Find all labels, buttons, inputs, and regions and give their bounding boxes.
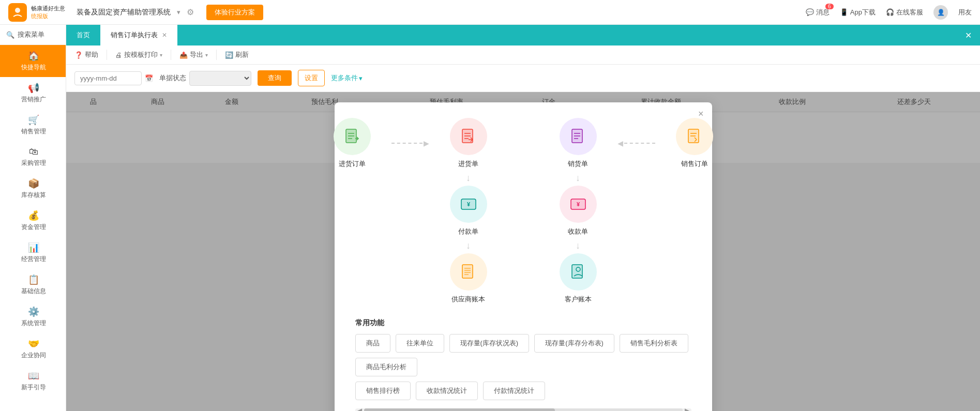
common-functions-buttons-row2: 销售排行榜 收款情况统计 付款情况统计 xyxy=(355,382,691,400)
node-customer-account[interactable]: 客户账本 xyxy=(560,253,597,304)
enterprise-label: 企业协同 xyxy=(21,351,46,360)
main-area: 🔍 搜索菜单 🏠 快捷导航 📢 营销推广 🛒 销售管理 🛍 采购管理 📦 xyxy=(0,25,980,411)
search-icon: 🔍 xyxy=(6,31,14,39)
purchase-icon: 🛍 xyxy=(29,146,38,157)
message-button[interactable]: 💬 消息 6 xyxy=(806,8,830,17)
receipt-bill-circle: ¥ xyxy=(560,186,597,223)
modal-overlay: × xyxy=(66,92,980,411)
node-payment-bill[interactable]: ¥ 付款单 xyxy=(450,186,487,236)
supplier-account-circle xyxy=(450,253,487,291)
print-dropdown-icon: ▾ xyxy=(160,52,162,58)
template-print-label: 按模板打印 xyxy=(124,50,158,59)
top-right-area: 💬 消息 6 📱 App下载 🎧 在线客服 👤 用友 xyxy=(806,5,972,20)
close-all-icon[interactable]: ✕ xyxy=(965,31,972,40)
sales-icon: 🛒 xyxy=(28,114,39,126)
vertical-arrows-row: ↓ ↓ xyxy=(340,173,706,184)
purchase-bill-circle xyxy=(450,118,487,155)
node-supplier-account[interactable]: 供应商账本 xyxy=(450,253,487,304)
cf-btn-sales-profit[interactable]: 销售毛利分析表 xyxy=(620,334,688,353)
supplier-account-label: 供应商账本 xyxy=(451,295,485,304)
cf-btn-product-profit[interactable]: 商品毛利分析 xyxy=(355,358,417,376)
refresh-button[interactable]: 🔄 刷新 xyxy=(225,50,249,59)
export-button[interactable]: 📤 导出 ▾ xyxy=(179,50,208,59)
logo-icon xyxy=(8,3,27,22)
scrollbar-thumb[interactable] xyxy=(364,408,555,411)
date-start-input[interactable] xyxy=(74,71,142,85)
cf-btn-partners[interactable]: 往来单位 xyxy=(396,334,444,353)
app-download-button[interactable]: 📱 App下载 xyxy=(840,8,876,17)
node-sales-bill[interactable]: 销货单 xyxy=(560,118,597,169)
search-menu-label: 搜索菜单 xyxy=(18,30,44,39)
calendar-icon[interactable]: 📅 xyxy=(145,74,153,82)
flow-row-3: 供应商账本 xyxy=(340,253,706,304)
search-menu-item[interactable]: 🔍 搜索菜单 xyxy=(0,25,66,45)
more-conditions-toggle[interactable]: 更多条件 ▾ xyxy=(331,73,363,83)
vertical-arrows-row2: ↓ ↓ xyxy=(340,240,706,251)
user-avatar[interactable]: 👤 xyxy=(933,5,948,20)
cf-btn-inventory-status[interactable]: 现存量(库存状况表) xyxy=(449,334,530,353)
flow-modal: × xyxy=(335,102,712,411)
modal-close-button[interactable]: × xyxy=(698,109,704,119)
arrow-head-icon: ▶ xyxy=(424,139,429,147)
payment-bill-label: 付款单 xyxy=(458,227,478,236)
node-purchase-order[interactable]: 进货订单 xyxy=(334,118,371,169)
tab-sales-order-label: 销售订单执行表 xyxy=(111,31,158,40)
tab-close-icon[interactable]: ✕ xyxy=(162,32,167,39)
cf-btn-sales-rank[interactable]: 销售排行榜 xyxy=(355,382,411,400)
node-sales-order[interactable]: 销售订单 xyxy=(676,118,713,169)
logo-line2: 统报版 xyxy=(31,12,65,20)
sidebar-item-inventory[interactable]: 📦 库存核算 xyxy=(0,173,66,205)
online-service-label: 在线客服 xyxy=(896,8,923,17)
phone-icon: 📱 xyxy=(840,8,848,16)
toolbar-divider3 xyxy=(216,50,217,60)
payment-bill-circle: ¥ xyxy=(450,186,487,223)
tab-home[interactable]: 首页 xyxy=(66,25,100,45)
settings-icon[interactable]: ⚙ xyxy=(187,7,194,17)
user-name[interactable]: 用友 xyxy=(958,8,972,17)
flow-row-1: 进货订单 ▶ xyxy=(334,118,713,169)
set-button[interactable]: 设置 xyxy=(298,70,325,86)
sidebar-item-finance[interactable]: 💰 资金管理 xyxy=(0,205,66,237)
refresh-icon: 🔄 xyxy=(225,51,233,59)
sidebar-item-system[interactable]: ⚙️ 系统管理 xyxy=(0,301,66,333)
help-button[interactable]: ❓ 帮助 xyxy=(74,50,98,59)
sidebar-item-guide[interactable]: 📖 新手引导 xyxy=(0,365,66,397)
sidebar-item-quick-nav[interactable]: 🏠 快捷导航 xyxy=(0,45,66,77)
query-button[interactable]: 查询 xyxy=(258,70,292,86)
export-icon: 📤 xyxy=(179,51,188,59)
sidebar-item-enterprise[interactable]: 🤝 企业协同 xyxy=(0,333,66,365)
node-purchase-bill[interactable]: 进货单 xyxy=(450,118,487,169)
message-icon: 💬 xyxy=(806,8,814,16)
online-service-button[interactable]: 🎧 在线客服 xyxy=(886,8,923,17)
node-receipt-bill[interactable]: ¥ 收款单 xyxy=(560,186,597,236)
help-icon: ❓ xyxy=(74,51,83,59)
sidebar-item-sales[interactable]: 🛒 销售管理 xyxy=(0,109,66,141)
down-arrow-receipt-icon: ↓ xyxy=(576,240,580,251)
down-arrow-purchase-icon: ↓ xyxy=(466,173,471,184)
scroll-right-arrow[interactable]: ▶ xyxy=(683,407,691,411)
dropdown-arrow-icon[interactable]: ▾ xyxy=(177,8,180,16)
status-select[interactable] xyxy=(189,71,251,86)
va2-arrow1: ↓ xyxy=(450,240,487,251)
template-print-button[interactable]: 🖨 按模板打印 ▾ xyxy=(115,50,162,59)
scroll-left-arrow[interactable]: ◀ xyxy=(355,407,364,411)
operations-icon: 📊 xyxy=(28,242,39,253)
cf-btn-payment-stats[interactable]: 付款情况统计 xyxy=(483,382,545,400)
refresh-label: 刷新 xyxy=(235,50,249,59)
experience-button[interactable]: 体验行业方案 xyxy=(206,5,263,20)
sales-bill-circle xyxy=(560,118,597,155)
sidebar-item-marketing[interactable]: 📢 营销推广 xyxy=(0,77,66,109)
purchase-order-circle xyxy=(334,118,371,155)
basic-info-icon: 📋 xyxy=(28,274,39,285)
cf-btn-inventory-dist[interactable]: 现存量(库存分布表) xyxy=(534,334,614,353)
sidebar-item-purchase[interactable]: 🛍 采购管理 xyxy=(0,141,66,173)
tab-sales-order[interactable]: 销售订单执行表 ✕ xyxy=(100,25,177,45)
sidebar-item-basic-info[interactable]: 📋 基础信息 xyxy=(0,269,66,301)
cf-btn-receipt-stats[interactable]: 收款情况统计 xyxy=(416,382,478,400)
logo-line1: 畅康通好生意 xyxy=(31,5,65,12)
sidebar-item-operations[interactable]: 📊 经营管理 xyxy=(0,237,66,269)
down-arrow-sales-icon: ↓ xyxy=(576,173,580,184)
print-icon: 🖨 xyxy=(115,51,122,59)
cf-btn-product[interactable]: 商品 xyxy=(355,334,390,353)
scrollbar-track[interactable] xyxy=(364,408,683,411)
